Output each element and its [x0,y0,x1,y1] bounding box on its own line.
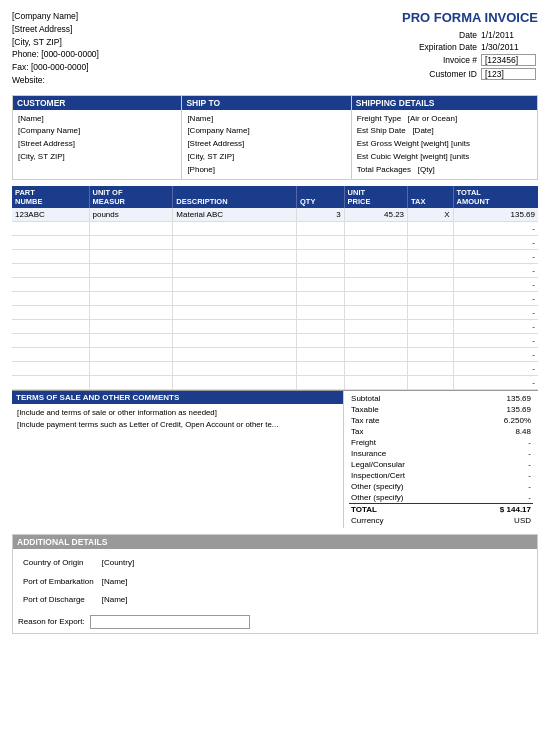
additional-section: ADDITIONAL DETAILS Country of Origin [Co… [12,534,538,634]
other2-value: - [463,492,533,504]
ship-to-section: SHIP TO [Name] [Company Name] [Street Ad… [181,95,350,181]
customer-city: [City, ST ZIP] [18,151,176,164]
table-cell: 45.23 [344,208,407,222]
currency-row: Currency USD [349,515,533,526]
expiration-label: Expiration Date [417,41,479,53]
website: Website: [12,74,99,87]
legal-row: Legal/Consular - [349,459,533,470]
city-zip: [City, ST ZIP] [12,36,99,49]
origin-row: Country of Origin [Country] [20,555,137,571]
table-cell [173,320,297,334]
col-part: PARTNUMBE [12,186,89,208]
table-cell [89,222,173,236]
col-qty: QTY [297,186,345,208]
packages-row: Total Packages [Qty] [357,164,532,177]
customer-section: CUSTOMER [Name] [Company Name] [Street A… [12,95,181,181]
terms-line1: [Include and terms of sale or other info… [17,407,338,419]
legal-value: - [463,459,533,470]
ship-date-value: [Date] [412,126,433,135]
table-cell: - [453,334,538,348]
table-row: - [12,348,538,362]
freight-type-label: Freight Type [357,114,401,123]
table-row: - [12,222,538,236]
table-cell [12,348,89,362]
subtotal-label: Subtotal [349,393,463,404]
origin-label: Country of Origin [20,555,97,571]
table-cell [89,376,173,390]
table-row: - [12,292,538,306]
table-cell [297,222,345,236]
table-row: - [12,320,538,334]
table-row: - [12,250,538,264]
other2-label: Other (specify) [349,492,463,504]
taxrate-row: Tax rate 6.250% [349,415,533,426]
total-row: TOTAL $ 144.17 [349,504,533,516]
date-label: Date [417,29,479,41]
table-cell [408,362,454,376]
gross-weight-row: Est Gross Weight [weight] [units [357,138,532,151]
col-tax: TAX [408,186,454,208]
table-cell [408,222,454,236]
table-cell: - [453,292,538,306]
reason-input[interactable] [90,615,250,629]
cubic-weight-row: Est Cubic Weight [weight] [units [357,151,532,164]
table-row: - [12,362,538,376]
table-cell [89,306,173,320]
insurance-row: Insurance - [349,448,533,459]
shipping-section: SHIPPING DETAILS Freight Type [Air or Oc… [351,95,538,181]
table-cell [173,278,297,292]
line-items-table: PARTNUMBE UNIT OFMEASUR DESCRIPTION QTY … [12,186,538,390]
table-row: - [12,376,538,390]
discharge-label: Port of Discharge [20,592,97,608]
table-cell: 135.69 [453,208,538,222]
ship-date-row: Est Ship Date [Date] [357,125,532,138]
table-cell: - [453,348,538,362]
col-total: TOTALAMOUNT [453,186,538,208]
table-cell: pounds [89,208,173,222]
table-cell: - [453,306,538,320]
invoice-number-input[interactable]: [123456] [481,54,536,66]
table-cell: - [453,320,538,334]
table-cell [408,236,454,250]
table-cell [344,334,407,348]
customer-id-input[interactable]: [123] [481,68,536,80]
table-cell [173,306,297,320]
table-cell [12,292,89,306]
other2-row: Other (specify) - [349,492,533,504]
table-cell [89,250,173,264]
table-cell [89,320,173,334]
customer-street: [Street Address] [18,138,176,151]
table-cell [12,376,89,390]
totals-table: Subtotal 135.69 Taxable 135.69 Tax rate … [349,393,533,526]
table-cell [408,292,454,306]
col-unit: UNIT OFMEASUR [89,186,173,208]
freight-type-value: [Air or Ocean] [408,114,457,123]
table-cell [408,264,454,278]
reason-label: Reason for Export: [18,615,85,629]
table-cell [173,292,297,306]
tax-row: Tax 8.48 [349,426,533,437]
terms-header: TERMS OF SALE AND OTHER COMMENTS [12,391,343,404]
info-sections: CUSTOMER [Name] [Company Name] [Street A… [12,95,538,181]
table-cell: - [453,236,538,250]
table-cell: 3 [297,208,345,222]
table-cell: - [453,376,538,390]
totals-section: Subtotal 135.69 Taxable 135.69 Tax rate … [344,391,538,528]
table-cell [89,292,173,306]
table-cell [12,334,89,348]
table-cell [297,320,345,334]
terms-body: [Include and terms of sale or other info… [12,404,343,433]
taxrate-value: 6.250% [463,415,533,426]
table-cell [344,264,407,278]
date-value: 1/1/2011 [479,29,538,41]
table-row: 123ABCpoundsMaterial ABC345.23X135.69 [12,208,538,222]
table-row: - [12,334,538,348]
col-desc: DESCRIPTION [173,186,297,208]
packages-value: [Qty] [418,165,435,174]
terms-section: TERMS OF SALE AND OTHER COMMENTS [Includ… [12,391,344,528]
table-cell [89,264,173,278]
ship-company: [Company Name] [187,125,345,138]
table-cell [344,292,407,306]
embarkation-value: [Name] [99,574,137,590]
freight-value: - [463,437,533,448]
